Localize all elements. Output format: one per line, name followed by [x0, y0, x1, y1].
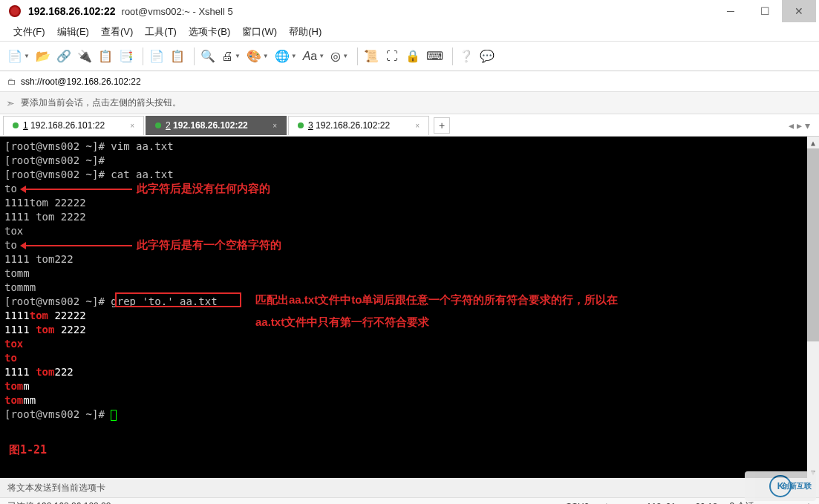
address-url[interactable]: ssh://root@192.168.26.102:22 [21, 76, 141, 87]
watermark-logo: K 创新互联 [745, 471, 816, 501]
status-lock-icon: 🗀 [545, 502, 554, 505]
menu-window[interactable]: 窗口(W) [238, 24, 281, 40]
tab-session-2[interactable]: 2 192.168.26.102:22 × [146, 116, 287, 135]
status-protocol: SSH2 [566, 502, 589, 505]
status-caps: A [806, 502, 812, 505]
transfer-button[interactable]: 📋 [95, 45, 116, 68]
connect-button[interactable]: 🔗 [53, 45, 74, 68]
status-size-icon: ↔ [635, 502, 646, 505]
new-session-button[interactable]: 📄▼ [4, 45, 33, 68]
tab-prev-icon[interactable]: ◂ [789, 120, 794, 131]
scroll-thumb[interactable] [807, 148, 819, 341]
status-connection: 已连接 192.168.26.102:22。 [7, 500, 120, 504]
scroll-up-icon[interactable]: ▲ [807, 137, 819, 148]
tab-close-icon[interactable]: × [273, 122, 277, 130]
paste-button[interactable]: 📋 [167, 45, 188, 68]
menu-edit[interactable]: 编辑(E) [53, 24, 94, 40]
status-termtype: xterm [601, 502, 623, 505]
tab-add-button[interactable]: + [434, 117, 450, 134]
script-button[interactable]: 📜 [361, 45, 382, 68]
title-bar: 192.168.26.102:22 root@vms002:~ - Xshell… [0, 0, 819, 22]
highlight-box [115, 292, 241, 307]
copy-button[interactable]: 📄 [146, 45, 167, 68]
annotation-3b: aa.txt文件中只有第一行不符合要求 [255, 315, 429, 329]
menu-view[interactable]: 查看(V) [97, 24, 137, 40]
compose-placeholder: 将文本发送到当前选项卡 [7, 482, 105, 494]
arrow-icon [22, 189, 132, 190]
menu-file[interactable]: 文件(F) [9, 24, 50, 40]
info-bar: ➣ 要添加当前会话，点击左侧的箭头按钮。 [0, 92, 819, 114]
encoding-button[interactable]: ◎▼ [327, 45, 351, 68]
separator-icon [194, 48, 195, 65]
maximize-button[interactable]: ☐ [748, 0, 782, 22]
reconnect-button[interactable]: 🔌 [74, 45, 95, 68]
status-size: 118x21 [647, 502, 676, 505]
minimize-button[interactable]: ─ [714, 0, 748, 22]
tab-session-1[interactable]: 1 192.168.26.101:22 × [3, 116, 144, 135]
fullscreen-button[interactable]: ⛶ [382, 45, 402, 68]
tab-close-icon[interactable]: × [415, 122, 420, 130]
tab-next-icon[interactable]: ▸ [797, 120, 802, 131]
compose-bar[interactable]: 将文本发送到当前选项卡 [0, 478, 819, 497]
toolbar: 📄▼ 📂 🔗 🔌 📋 📑 📄 📋 🔍 🖨▼ 🎨▼ 🌐▼ Aa▼ ◎▼ 📜 ⛶ 🔒… [0, 42, 819, 71]
session-tabs: 1 192.168.26.101:22 × 2 192.168.26.102:2… [0, 114, 819, 137]
print-button[interactable]: 🖨▼ [218, 45, 244, 68]
status-position: 20,18 [695, 502, 717, 505]
status-bar: 已连接 192.168.26.102:22。 🗀 SSH2 xterm ↔ 11… [0, 497, 819, 504]
app-icon [9, 5, 21, 17]
status-dot-icon [13, 122, 19, 128]
find-button[interactable]: 🔍 [198, 45, 218, 68]
tab-close-icon[interactable]: × [130, 122, 134, 130]
annotation-1: 此字符后是没有任何内容的 [137, 181, 270, 195]
tab-list-icon[interactable]: ▾ [805, 120, 810, 131]
arrow-icon [22, 245, 132, 246]
menu-tabs[interactable]: 选项卡(B) [184, 24, 235, 40]
menu-bar: 文件(F) 编辑(E) 查看(V) 工具(T) 选项卡(B) 窗口(W) 帮助(… [0, 22, 819, 42]
color-button[interactable]: 🎨▼ [244, 45, 272, 68]
separator-icon [357, 48, 358, 65]
keyboard-button[interactable]: ⌨ [423, 45, 446, 68]
tab-session-3[interactable]: 3 192.168.26.102:22 × [288, 116, 429, 135]
open-button[interactable]: 📂 [33, 45, 53, 68]
separator-icon [452, 48, 453, 65]
status-dot-icon [155, 122, 161, 128]
annotation-3a: 匹配出aa.txt文件中to单词后跟任意一个字符的所有符合要求的行，所以在 [255, 292, 618, 307]
lock-icon: 🗀 [7, 76, 16, 87]
address-bar: 🗀 ssh://root@192.168.26.102:22 [0, 71, 819, 92]
scrollbar[interactable]: ▲ ▼ [807, 137, 819, 478]
feedback-button[interactable]: 💬 [477, 45, 497, 68]
close-button[interactable]: ✕ [782, 0, 816, 22]
figure-label: 图1-21 [9, 443, 47, 457]
cursor-icon [111, 410, 117, 421]
globe-button[interactable]: 🌐▼ [272, 45, 300, 68]
properties-button[interactable]: 📑 [116, 45, 137, 68]
menu-help[interactable]: 帮助(H) [284, 24, 326, 40]
lock-button[interactable]: 🔒 [402, 45, 423, 68]
info-text: 要添加当前会话，点击左侧的箭头按钮。 [21, 96, 181, 109]
menu-tools[interactable]: 工具(T) [140, 24, 181, 40]
pin-icon[interactable]: ➣ [6, 97, 15, 109]
terminal[interactable]: [root@vms002 ~]# vim aa.txt [root@vms002… [0, 137, 819, 478]
window-title-host: 192.168.26.102:22 [28, 5, 116, 17]
annotation-2: 此字符后是有一个空格字符的 [137, 238, 281, 252]
window-title-app: root@vms002:~ - Xshell 5 [122, 6, 233, 17]
status-dot-icon [298, 122, 304, 128]
help-button[interactable]: ❔ [456, 45, 477, 68]
status-pos-icon: ⎚ [688, 502, 695, 505]
separator-icon [143, 48, 143, 65]
font-button[interactable]: Aa▼ [300, 45, 328, 68]
